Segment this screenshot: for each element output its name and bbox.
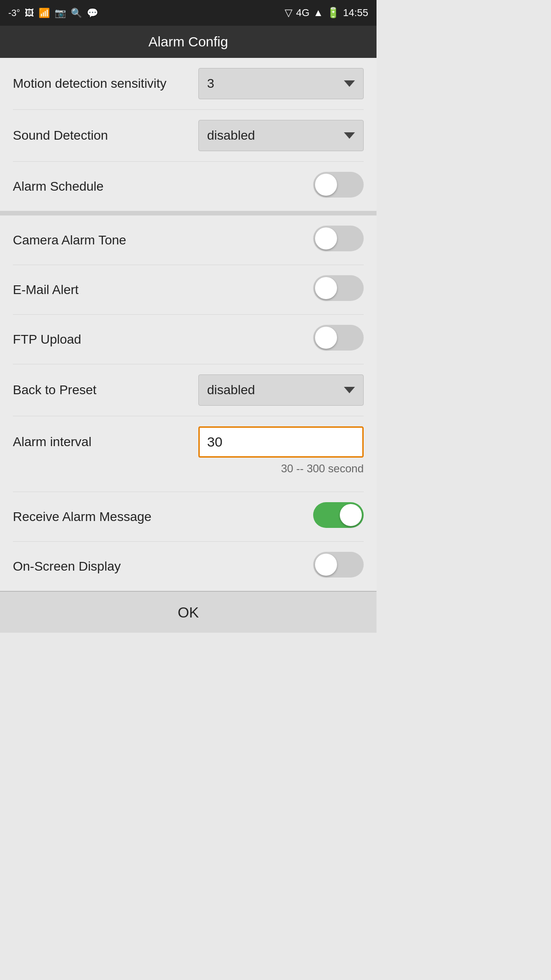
email-alert-toggle[interactable] xyxy=(313,275,364,301)
receive-alarm-message-toggle-thumb xyxy=(340,504,362,526)
alarm-interval-hint: 30 -- 300 second xyxy=(281,459,364,482)
row-alarm-interval: Alarm interval 30 -- 300 second xyxy=(13,416,364,492)
sound-detection-dropdown[interactable]: disabled xyxy=(198,120,364,151)
camera-alarm-tone-control xyxy=(313,226,364,255)
row-receive-alarm-message: Receive Alarm Message xyxy=(13,492,364,542)
time-display: 14:55 xyxy=(343,7,368,19)
receive-alarm-message-label: Receive Alarm Message xyxy=(13,510,313,524)
camera-icon: 📷 xyxy=(55,7,66,18)
row-on-screen-display: On-Screen Display xyxy=(13,542,364,591)
wifi-signal-icon: ▽ xyxy=(285,7,292,19)
alarm-schedule-toggle[interactable] xyxy=(313,172,364,198)
sound-detection-control: disabled xyxy=(198,120,364,151)
alarm-interval-control xyxy=(198,426,364,458)
content: Motion detection sensitivity 3 Sound Det… xyxy=(0,58,377,591)
title-bar: Alarm Config xyxy=(0,26,377,58)
search-icon: 🔍 xyxy=(71,7,82,18)
on-screen-display-toggle-thumb xyxy=(315,554,337,576)
email-alert-label: E-Mail Alert xyxy=(13,283,313,297)
ftp-upload-control xyxy=(313,325,364,354)
chat-icon: 💬 xyxy=(87,7,98,18)
section-detection: Motion detection sensitivity 3 Sound Det… xyxy=(0,58,377,211)
alarm-schedule-control xyxy=(313,172,364,201)
on-screen-display-label: On-Screen Display xyxy=(13,559,313,574)
row-alarm-schedule: Alarm Schedule xyxy=(13,162,364,211)
page-title: Alarm Config xyxy=(148,34,228,49)
camera-alarm-tone-label: Camera Alarm Tone xyxy=(13,233,313,248)
on-screen-display-toggle[interactable] xyxy=(313,552,364,578)
signal-bars-icon: ▲ xyxy=(313,7,323,19)
ok-button[interactable]: OK xyxy=(0,591,377,633)
row-sound-detection: Sound Detection disabled xyxy=(13,110,364,162)
back-to-preset-value: disabled xyxy=(207,383,255,397)
ftp-upload-toggle[interactable] xyxy=(313,325,364,351)
on-screen-display-control xyxy=(313,552,364,581)
section-divider-1 xyxy=(0,211,377,215)
section-notifications: Camera Alarm Tone E-Mail Alert FTP Uploa… xyxy=(0,215,377,591)
motion-detection-dropdown[interactable]: 3 xyxy=(198,68,364,99)
motion-detection-label: Motion detection sensitivity xyxy=(13,76,198,91)
row-camera-alarm-tone: Camera Alarm Tone xyxy=(13,215,364,265)
alarm-schedule-toggle-thumb xyxy=(315,174,337,196)
back-to-preset-arrow-icon xyxy=(344,387,355,393)
back-to-preset-dropdown[interactable]: disabled xyxy=(198,374,364,406)
back-to-preset-label: Back to Preset xyxy=(13,383,198,397)
email-alert-toggle-thumb xyxy=(315,277,337,299)
back-to-preset-control: disabled xyxy=(198,374,364,406)
camera-alarm-tone-toggle[interactable] xyxy=(313,226,364,251)
status-right: ▽ 4G ▲ 🔋 14:55 xyxy=(285,7,368,19)
row-motion-detection: Motion detection sensitivity 3 xyxy=(13,58,364,110)
sound-detection-arrow-icon xyxy=(344,132,355,139)
receive-alarm-message-control xyxy=(313,502,364,531)
ftp-upload-label: FTP Upload xyxy=(13,332,313,347)
status-bar: -3° 🖼 📶 📷 🔍 💬 ▽ 4G ▲ 🔋 14:55 xyxy=(0,0,377,26)
battery-icon: 🔋 xyxy=(327,7,339,19)
receive-alarm-message-toggle[interactable] xyxy=(313,502,364,528)
motion-detection-control: 3 xyxy=(198,68,364,99)
status-left: -3° 🖼 📶 📷 🔍 💬 xyxy=(8,7,98,18)
signal-strength: 4G xyxy=(296,7,309,19)
row-back-to-preset: Back to Preset disabled xyxy=(13,364,364,416)
email-alert-control xyxy=(313,275,364,304)
alarm-interval-label: Alarm interval xyxy=(13,435,198,449)
ok-button-container: OK xyxy=(0,591,377,633)
sound-detection-value: disabled xyxy=(207,128,255,143)
gallery-icon: 🖼 xyxy=(25,8,34,18)
motion-detection-value: 3 xyxy=(207,76,214,91)
wifi-icon: 📶 xyxy=(39,7,50,18)
camera-alarm-tone-toggle-thumb xyxy=(315,227,337,249)
row-email-alert: E-Mail Alert xyxy=(13,265,364,315)
row-ftp-upload: FTP Upload xyxy=(13,315,364,364)
ftp-upload-toggle-thumb xyxy=(315,327,337,349)
temperature-display: -3° xyxy=(8,8,20,18)
alarm-interval-input[interactable] xyxy=(198,426,364,458)
motion-detection-arrow-icon xyxy=(344,80,355,87)
alarm-schedule-label: Alarm Schedule xyxy=(13,179,313,194)
sound-detection-label: Sound Detection xyxy=(13,128,198,143)
